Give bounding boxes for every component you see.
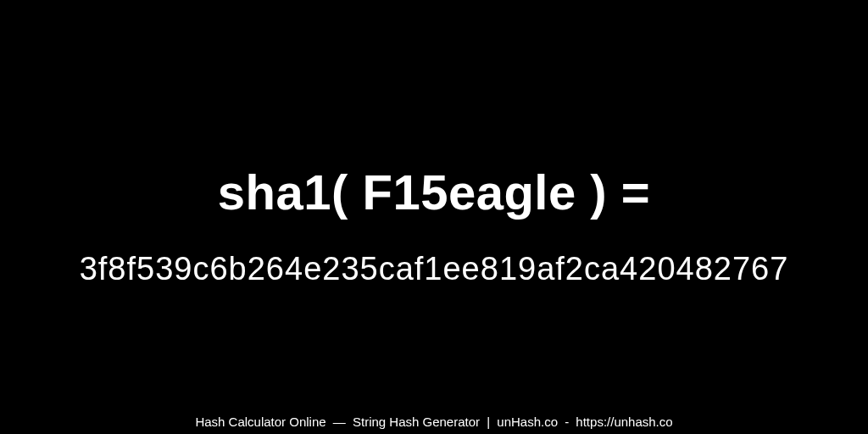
- footer-brand: unHash.co: [497, 415, 558, 429]
- footer-subtitle: String Hash Generator: [353, 415, 480, 429]
- hash-display: sha1( F15eagle ) = 3f8f539c6b264e235caf1…: [0, 17, 868, 434]
- footer-separator: |: [487, 415, 490, 429]
- footer-title: Hash Calculator Online: [195, 415, 326, 429]
- hash-result: 3f8f539c6b264e235caf1ee819af2ca420482767: [80, 251, 789, 287]
- footer-separator: -: [565, 415, 569, 429]
- footer-separator: —: [333, 415, 346, 429]
- footer: Hash Calculator Online — String Hash Gen…: [0, 415, 868, 429]
- footer-url: https://unhash.co: [576, 415, 672, 429]
- hash-formula: sha1( F15eagle ) =: [218, 164, 650, 220]
